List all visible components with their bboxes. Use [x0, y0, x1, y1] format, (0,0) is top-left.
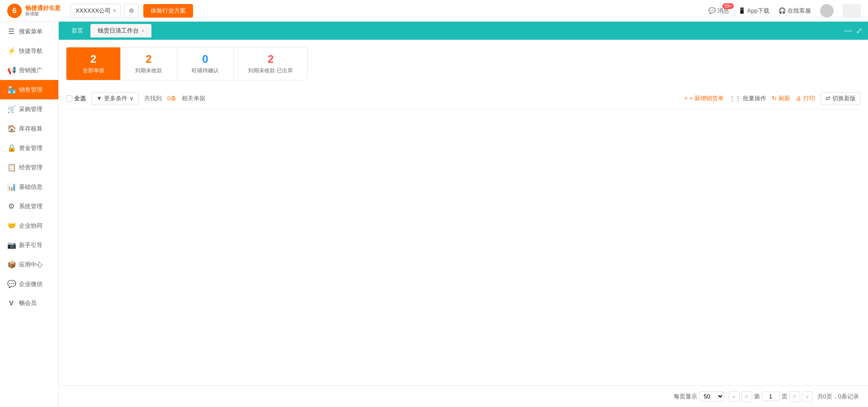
- refresh-label: 刷新: [778, 94, 790, 103]
- sidebar-item-cooperation[interactable]: 🤝 企业协同: [0, 216, 58, 235]
- batch-button[interactable]: ⋮⋮ 批量操作: [729, 94, 766, 103]
- nav-tabs: 首页 钱货日清工作台 × — ⤢: [59, 22, 868, 40]
- purchase-icon: 🛒: [7, 105, 15, 113]
- filter-button[interactable]: ▼ 更多条件 ∨: [91, 92, 139, 105]
- app-download-action[interactable]: 📱 App下载: [738, 7, 769, 15]
- user-menu[interactable]: [843, 4, 861, 18]
- sidebar-item-search-menu[interactable]: ☰ 搜索菜单: [0, 22, 58, 41]
- sidebar-label-weixin: 企业微信: [19, 280, 42, 288]
- message-icon: 💬: [708, 7, 716, 14]
- select-all-checkbox[interactable]: 全选: [66, 94, 86, 103]
- card-overdue-label: 到期未收款: [135, 67, 162, 75]
- total-records: 共0页，0条记录: [817, 393, 859, 401]
- prev-page-button[interactable]: <: [741, 391, 752, 402]
- filter-chevron-icon: ∨: [129, 95, 134, 102]
- app-download-label: App下载: [747, 7, 769, 15]
- page-size-selector: 每页显示 50 100 200: [674, 391, 724, 402]
- settings-button[interactable]: ⚙: [124, 4, 139, 18]
- message-badge: 99+: [722, 3, 734, 9]
- message-action[interactable]: 💬 消息 99+: [708, 7, 729, 15]
- sidebar-item-quick-nav[interactable]: ⚡ 快捷导航: [0, 41, 58, 61]
- card-all-label: 全部单据: [81, 67, 106, 75]
- print-button[interactable]: 🖨 打印: [796, 94, 815, 103]
- table-area: [66, 114, 861, 340]
- app-logo-icon: 6: [7, 4, 22, 18]
- add-label: + 新增销货单: [689, 94, 724, 103]
- card-wangfu-label: 旺辅待确认: [192, 67, 219, 75]
- tab-close-icon[interactable]: ×: [142, 28, 144, 33]
- page-suffix: 页: [782, 393, 788, 401]
- card-overdue-shipped-number: 2: [248, 53, 293, 66]
- card-wangfu-number: 0: [192, 53, 219, 66]
- refresh-icon: ↻: [772, 95, 777, 102]
- page-size-select[interactable]: 50 100 200: [699, 391, 724, 402]
- print-label: 打印: [803, 94, 815, 103]
- sidebar-item-app-center[interactable]: 📦 应用中心: [0, 255, 58, 274]
- company-selector[interactable]: XXXXXX公司 ▾: [71, 4, 121, 18]
- avatar[interactable]: [820, 4, 834, 18]
- sidebar-label-sales: 销售管理: [19, 86, 42, 94]
- pagination: 每页显示 50 100 200 « < 第 页 > » 共0页，0条记录: [59, 385, 868, 407]
- sidebar-item-member[interactable]: V 畅会员: [0, 294, 58, 313]
- sales-icon: 🏪: [7, 85, 15, 94]
- sidebar-item-marketing[interactable]: 📢 营销推广: [0, 61, 58, 80]
- sidebar-item-purchase[interactable]: 🛒 采购管理: [0, 99, 58, 119]
- sidebar-label-inventory: 库存核算: [19, 125, 42, 133]
- sidebar-label-quick-nav: 快捷导航: [19, 47, 42, 55]
- switch-button[interactable]: ⇄ 切换新版: [821, 92, 861, 105]
- sidebar-item-finance[interactable]: 🔒 资金管理: [0, 138, 58, 158]
- sidebar-label-finance: 资金管理: [19, 144, 42, 152]
- sidebar-item-system[interactable]: ⚙ 系统管理: [0, 196, 58, 216]
- sidebar-item-inventory[interactable]: 🏠 库存核算: [0, 119, 58, 138]
- tab-home[interactable]: 首页: [64, 24, 90, 37]
- sidebar-label-basic-info: 基础信息: [19, 183, 42, 191]
- card-all[interactable]: 2 全部单据: [66, 47, 121, 80]
- app-subtitle: 标准版: [25, 11, 61, 17]
- toolbar: 全选 ▼ 更多条件 ∨ 共找到 0条 相关单据 + + 新增销货单 ⋮⋮ 批量操…: [66, 88, 861, 110]
- refresh-button[interactable]: ↻ 刷新: [772, 94, 790, 103]
- sidebar: ☰ 搜索菜单 ⚡ 快捷导航 📢 营销推广 🏪 销售管理 🛒 采购管理 🏠 库存核…: [0, 22, 59, 407]
- trial-button[interactable]: 体验行业方案: [143, 4, 193, 18]
- sidebar-item-guide[interactable]: 📷 新手引导: [0, 235, 58, 255]
- next-page-button[interactable]: >: [789, 391, 800, 402]
- add-sale-button[interactable]: + + 新增销货单: [684, 94, 724, 103]
- card-overdue-shipped-label: 到期未收款 已出库: [248, 67, 293, 75]
- system-icon: ⚙: [7, 202, 15, 211]
- weixin-icon: 💬: [7, 280, 15, 288]
- content-wrapper: 2 全部单据 2 到期未收款 0 旺辅待确认 2 到期未收款 已出库 全选: [59, 40, 868, 407]
- app-download-icon: 📱: [738, 7, 745, 14]
- batch-icon: ⋮⋮: [729, 95, 741, 102]
- summary-cards: 2 全部单据 2 到期未收款 0 旺辅待确认 2 到期未收款 已出库: [66, 47, 308, 80]
- card-overdue-shipped[interactable]: 2 到期未收款 已出库: [234, 47, 307, 80]
- checkbox-icon: [66, 95, 72, 102]
- online-service-action[interactable]: 🎧 在线客服: [778, 7, 811, 15]
- logo-text: 畅捷通好生意 标准版: [25, 5, 61, 17]
- sidebar-item-operations[interactable]: 📋 经营管理: [0, 158, 58, 177]
- found-suffix: 相关单据: [182, 94, 205, 103]
- last-page-button[interactable]: »: [802, 391, 813, 402]
- tab-current[interactable]: 钱货日清工作台 ×: [90, 24, 151, 37]
- found-count: 0条: [167, 94, 176, 103]
- sidebar-label-purchase: 采购管理: [19, 105, 42, 113]
- headset-icon: 🎧: [778, 7, 786, 14]
- app-title: 畅捷通好生意: [25, 5, 61, 12]
- filter-label: 更多条件: [104, 94, 127, 103]
- marketing-icon: 📢: [7, 66, 15, 75]
- minimize-icon[interactable]: —: [844, 26, 852, 36]
- finance-icon: 🔒: [7, 144, 15, 152]
- expand-icon[interactable]: ⤢: [856, 26, 863, 36]
- sidebar-item-basic-info[interactable]: 📊 基础信息: [0, 177, 58, 196]
- current-page-input[interactable]: [762, 392, 780, 401]
- guide-icon: 📷: [7, 241, 15, 249]
- card-overdue[interactable]: 2 到期未收款: [121, 47, 177, 80]
- sidebar-item-weixin[interactable]: 💬 企业微信: [0, 274, 58, 294]
- cooperation-icon: 🤝: [7, 221, 15, 230]
- select-all-label: 全选: [74, 94, 86, 103]
- sidebar-item-sales[interactable]: 🏪 销售管理: [0, 80, 58, 99]
- switch-label: 切换新版: [832, 94, 856, 103]
- card-wangfu[interactable]: 0 旺辅待确认: [177, 47, 234, 80]
- online-service-label: 在线客服: [788, 7, 811, 15]
- print-icon: 🖨: [796, 95, 802, 102]
- found-prefix: 共找到: [144, 94, 162, 103]
- first-page-button[interactable]: «: [729, 391, 740, 402]
